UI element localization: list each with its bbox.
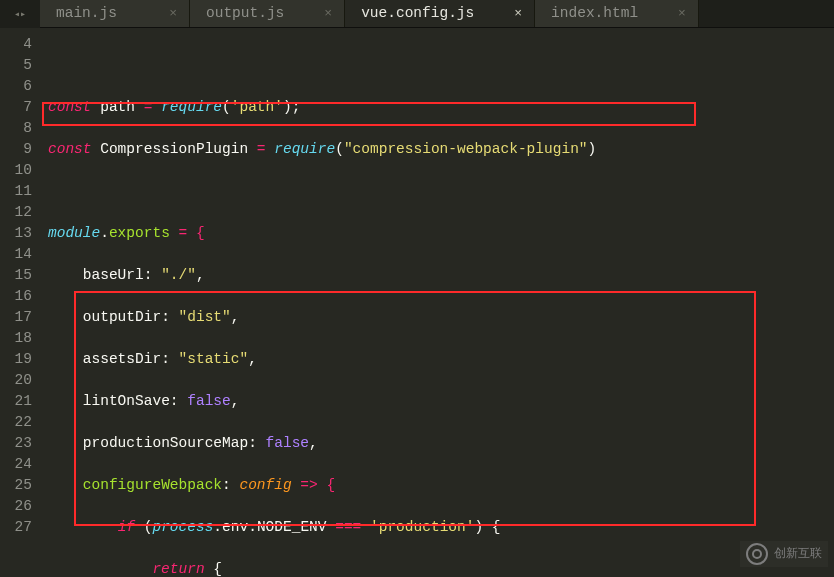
line-number: 20 (0, 370, 32, 391)
tab-vue-config-js[interactable]: vue.config.js × (345, 0, 535, 27)
line-number: 18 (0, 328, 32, 349)
line-number: 19 (0, 349, 32, 370)
line-number: 27 (0, 517, 32, 538)
tab-label: main.js (56, 3, 117, 24)
code-editor[interactable]: 4 5 6 7 8 9 10 11 12 13 14 15 16 17 18 1… (0, 28, 834, 577)
code-line: return { (48, 559, 834, 577)
code-line: const CompressionPlugin = require("compr… (48, 139, 834, 160)
code-line: productionSourceMap: false, (48, 433, 834, 454)
line-number: 13 (0, 223, 32, 244)
close-icon[interactable]: × (324, 3, 332, 24)
tab-output-js[interactable]: output.js × (190, 0, 345, 27)
tab-label: vue.config.js (361, 3, 474, 24)
code-line: assetsDir: "static", (48, 349, 834, 370)
watermark: 创新互联 (740, 541, 828, 567)
line-number: 11 (0, 181, 32, 202)
code-line: lintOnSave: false, (48, 391, 834, 412)
line-number: 9 (0, 139, 32, 160)
line-number: 25 (0, 475, 32, 496)
code-area[interactable]: const path = require('path'); const Comp… (40, 28, 834, 577)
watermark-logo-icon (746, 543, 768, 565)
line-number: 7 (0, 97, 32, 118)
line-number: 16 (0, 286, 32, 307)
code-line: module.exports = { (48, 223, 834, 244)
line-number: 23 (0, 433, 32, 454)
tab-main-js[interactable]: main.js × (40, 0, 190, 27)
tab-scroll-indicator: ◂▸ (0, 0, 40, 28)
line-number: 4 (0, 34, 32, 55)
code-line: if (process.env.NODE_ENV === 'production… (48, 517, 834, 538)
tab-label: output.js (206, 3, 284, 24)
close-icon[interactable]: × (514, 3, 522, 24)
line-number: 10 (0, 160, 32, 181)
line-number: 26 (0, 496, 32, 517)
line-number: 24 (0, 454, 32, 475)
tab-bar: main.js × output.js × vue.config.js × in… (0, 0, 834, 28)
line-number: 12 (0, 202, 32, 223)
code-line: configureWebpack: config => { (48, 475, 834, 496)
line-number: 17 (0, 307, 32, 328)
close-icon[interactable]: × (678, 3, 686, 24)
code-line: baseUrl: "./", (48, 265, 834, 286)
close-icon[interactable]: × (169, 3, 177, 24)
line-number: 5 (0, 55, 32, 76)
line-number: 14 (0, 244, 32, 265)
line-number-gutter: 4 5 6 7 8 9 10 11 12 13 14 15 16 17 18 1… (0, 28, 40, 577)
code-line: const path = require('path'); (48, 97, 834, 118)
code-line (48, 55, 834, 76)
code-line (48, 181, 834, 202)
line-number: 21 (0, 391, 32, 412)
watermark-text: 创新互联 (774, 544, 822, 565)
tab-label: index.html (551, 3, 638, 24)
line-number: 8 (0, 118, 32, 139)
tab-index-html[interactable]: index.html × (535, 0, 699, 27)
line-number: 6 (0, 76, 32, 97)
code-line: outputDir: "dist", (48, 307, 834, 328)
line-number: 22 (0, 412, 32, 433)
line-number: 15 (0, 265, 32, 286)
